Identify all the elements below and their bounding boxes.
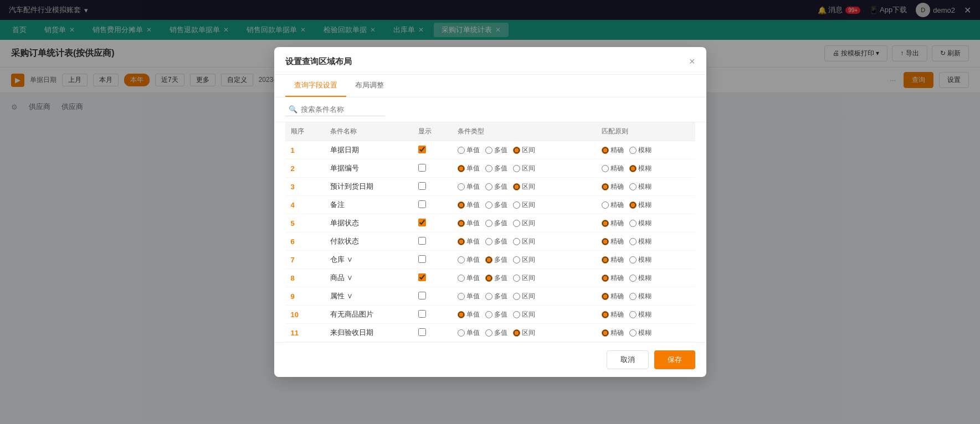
row-order-3: 4	[291, 201, 295, 209]
type-type_multi-label-0: 多值	[494, 146, 507, 155]
type-type_range-3[interactable]	[513, 201, 520, 209]
match-match_fuzzy-0[interactable]	[629, 147, 637, 154]
display-checkbox-0[interactable]	[418, 146, 426, 153]
type-type_multi-10[interactable]	[485, 329, 492, 337]
match-match_fuzzy-10[interactable]	[629, 329, 637, 337]
type-type_multi-label-7: 多值	[494, 273, 507, 283]
type-type_single-4[interactable]	[458, 220, 465, 227]
dialog-header: 设置查询区域布局 ×	[274, 47, 706, 75]
settings-dialog: 设置查询区域布局 × 查询字段设置 布局调整 🔍	[274, 47, 706, 377]
type-type_multi-6[interactable]	[485, 256, 492, 263]
display-checkbox-5[interactable]	[418, 237, 426, 245]
dialog-footer: 取消 保存	[274, 342, 706, 377]
type-type_multi-0[interactable]	[485, 147, 492, 154]
th-name: 条件名称	[325, 122, 413, 141]
row-display-5	[413, 232, 452, 251]
match-match_fuzzy-8[interactable]	[629, 293, 637, 300]
match-match_exact-5[interactable]	[602, 238, 609, 245]
match-match_exact-4[interactable]	[602, 220, 609, 227]
display-checkbox-9[interactable]	[418, 310, 426, 318]
tab-query-fields[interactable]: 查询字段设置	[285, 75, 346, 97]
row-name-0: 单据日期	[325, 141, 413, 159]
display-checkbox-1[interactable]	[418, 164, 426, 172]
type-type_multi-1[interactable]	[485, 165, 492, 172]
match-match_exact-label-9: 精确	[610, 310, 624, 319]
type-type_single-9[interactable]	[458, 311, 465, 318]
match-match_fuzzy-9[interactable]	[629, 311, 637, 318]
match-match_exact-1[interactable]	[602, 165, 609, 172]
type-type_range-0[interactable]	[513, 147, 520, 154]
type-type_single-label-5: 单值	[466, 237, 480, 246]
display-checkbox-2[interactable]	[418, 182, 426, 190]
type-type_range-5[interactable]	[513, 238, 520, 245]
type-type_multi-8[interactable]	[485, 293, 492, 300]
row-name-8: 属性 ∨	[325, 287, 413, 306]
match-match_fuzzy-3[interactable]	[629, 201, 637, 209]
type-type_range-10[interactable]	[513, 329, 520, 337]
type-type_single-7[interactable]	[458, 275, 465, 282]
display-checkbox-6[interactable]	[418, 255, 426, 263]
type-type_single-3[interactable]	[458, 201, 465, 209]
type-type_range-1[interactable]	[513, 165, 520, 172]
type-type_single-1[interactable]	[458, 165, 465, 172]
match-match_exact-10[interactable]	[602, 329, 609, 337]
row-display-1	[413, 159, 452, 178]
type-type_single-label-9: 单值	[466, 310, 480, 319]
match-match_exact-2[interactable]	[602, 183, 609, 190]
match-match_fuzzy-5[interactable]	[629, 238, 637, 245]
match-match_fuzzy-label-2: 模糊	[638, 182, 651, 192]
row-display-10	[413, 324, 452, 342]
display-checkbox-10[interactable]	[418, 328, 426, 336]
type-type_range-6[interactable]	[513, 256, 520, 263]
dialog-close-button[interactable]: ×	[689, 56, 695, 68]
type-type_single-2[interactable]	[458, 183, 465, 190]
row-order-10: 11	[291, 329, 299, 337]
type-type_multi-4[interactable]	[485, 220, 492, 227]
type-type_single-10[interactable]	[458, 329, 465, 337]
type-type_single-6[interactable]	[458, 256, 465, 263]
row-display-0	[413, 141, 452, 159]
type-type_range-9[interactable]	[513, 311, 520, 318]
display-checkbox-3[interactable]	[418, 200, 426, 208]
type-type_range-7[interactable]	[513, 275, 520, 282]
match-match_fuzzy-2[interactable]	[629, 183, 637, 190]
type-type_multi-3[interactable]	[485, 201, 492, 209]
match-match_fuzzy-4[interactable]	[629, 220, 637, 227]
match-match_exact-0[interactable]	[602, 147, 609, 154]
match-match_fuzzy-1[interactable]	[629, 165, 637, 172]
type-type_range-4[interactable]	[513, 220, 520, 227]
row-type-1: 单值多值区间	[452, 159, 596, 178]
search-input[interactable]	[301, 105, 394, 113]
cancel-button[interactable]: 取消	[607, 350, 649, 369]
tab-layout-adjust[interactable]: 布局调整	[346, 75, 393, 97]
save-button[interactable]: 保存	[654, 350, 695, 369]
type-type_multi-2[interactable]	[485, 183, 492, 190]
type-type_multi-label-3: 多值	[494, 200, 507, 210]
match-match_fuzzy-6[interactable]	[629, 256, 637, 263]
row-match-7: 精确模糊	[596, 269, 695, 287]
match-match_exact-9[interactable]	[602, 311, 609, 318]
match-match_exact-label-7: 精确	[610, 273, 624, 283]
match-match_exact-8[interactable]	[602, 293, 609, 300]
type-type_multi-7[interactable]	[485, 275, 492, 282]
match-match_fuzzy-label-8: 模糊	[638, 292, 651, 301]
type-type_single-8[interactable]	[458, 293, 465, 300]
match-match_exact-7[interactable]	[602, 275, 609, 282]
display-checkbox-8[interactable]	[418, 292, 426, 299]
th-match: 匹配原则	[596, 122, 695, 141]
match-match_fuzzy-label-4: 模糊	[638, 219, 651, 228]
type-type_single-5[interactable]	[458, 238, 465, 245]
display-checkbox-7[interactable]	[418, 273, 426, 281]
type-type_multi-9[interactable]	[485, 311, 492, 318]
type-type_range-2[interactable]	[513, 183, 520, 190]
type-type_multi-5[interactable]	[485, 238, 492, 245]
match-match_fuzzy-7[interactable]	[629, 275, 637, 282]
type-type_range-label-6: 区间	[522, 255, 535, 265]
match-match_exact-6[interactable]	[602, 256, 609, 263]
tab-query-fields-label: 查询字段设置	[294, 81, 337, 89]
display-checkbox-4[interactable]	[418, 219, 426, 226]
type-type_range-8[interactable]	[513, 293, 520, 300]
match-match_exact-3[interactable]	[602, 201, 609, 209]
type-type_single-0[interactable]	[458, 147, 465, 154]
dialog-search-area: 🔍	[274, 97, 706, 122]
